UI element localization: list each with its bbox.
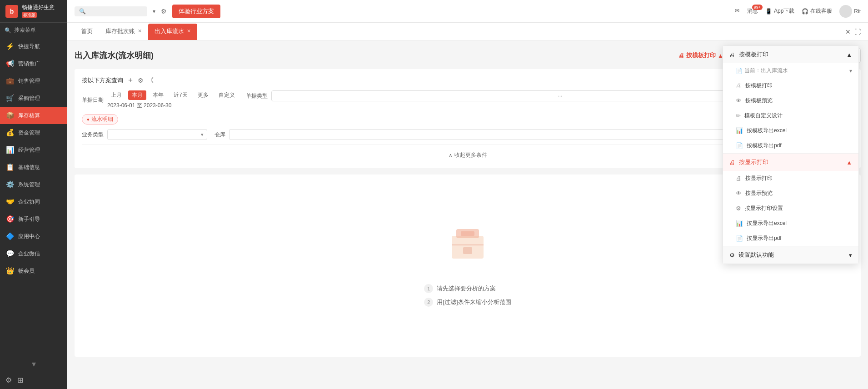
- current-chevron-icon: ▾: [849, 68, 852, 74]
- app-download-button[interactable]: 📱 App下载: [765, 7, 794, 15]
- settings-default-icon: ⚙: [729, 252, 735, 259]
- close-inout-tab-icon[interactable]: ✕: [187, 28, 191, 34]
- empty-step-1: 1 请先选择要分析的方案: [424, 284, 511, 293]
- date-range-display: 2023-06-01 至 2023-06-30: [107, 102, 239, 110]
- date-opt-thisyear[interactable]: 本年: [149, 90, 167, 100]
- printer-icon: 🖨: [678, 52, 684, 59]
- online-service-button[interactable]: 🎧 在线客服: [802, 7, 832, 15]
- date-opt-7days[interactable]: 近7天: [170, 90, 191, 100]
- sidebar-scroll-down[interactable]: ▾: [32, 359, 36, 369]
- maximize-window-button[interactable]: ⛶: [854, 28, 861, 35]
- header-dropdown[interactable]: ▾: [153, 8, 155, 15]
- sidebar-item-enterprise[interactable]: 🤝 企业协同: [0, 193, 67, 210]
- settings-default-section: ⚙ 设置默认功能 ▾: [723, 246, 858, 264]
- sidebar-item-member[interactable]: 👑 畅会员: [0, 262, 67, 279]
- wechat-icon: 💬: [5, 249, 15, 258]
- header-search[interactable]: 🔍: [75, 6, 147, 16]
- template-export-pdf-item[interactable]: 📄 按模板导出pdf: [723, 138, 858, 153]
- search-menu-item[interactable]: 🔍 搜索菜单: [0, 23, 67, 38]
- sidebar-item-purchase[interactable]: 🛒 采购管理: [0, 90, 67, 107]
- template-print-button[interactable]: 🖨 按模板打印 ▲: [678, 51, 723, 60]
- operations-icon: 📊: [5, 146, 15, 154]
- template-export-excel-item[interactable]: 📊 按模板导出excel: [723, 123, 858, 138]
- date-filter-label: 单据日期: [82, 96, 104, 104]
- collapse-sidebar-icon[interactable]: ⊞: [17, 376, 23, 384]
- tab-batch-inventory[interactable]: 库存批次账 ✕: [99, 24, 148, 40]
- sidebar-item-basic-info[interactable]: 📋 基础信息: [0, 159, 67, 176]
- display-print-header-icon: 🖨: [729, 159, 735, 166]
- display-pdf-icon: 📄: [736, 235, 743, 242]
- biz-type-select[interactable]: [107, 129, 207, 140]
- user-avatar[interactable]: Rit: [839, 5, 861, 18]
- settings-icon[interactable]: ⚙: [5, 376, 12, 384]
- warehouse-label: 仓库: [215, 131, 225, 139]
- biz-type-filter: 业务类型: [82, 129, 207, 140]
- display-export-pdf-item[interactable]: 📄 按显示导出pdf: [723, 231, 858, 246]
- template-preview-item[interactable]: 👁 按模板预览: [723, 93, 858, 108]
- sidebar-item-newbie[interactable]: 🎯 新手引导: [0, 210, 67, 228]
- date-filter-options: 上月 本月 本年 近7天 更多 自定义 2023-06-01 至 2023-06…: [107, 90, 239, 110]
- sidebar-item-wechat[interactable]: 💬 企业微信: [0, 245, 67, 262]
- chevron-up-icon: ∧: [449, 152, 453, 159]
- system-icon: ⚙️: [5, 180, 15, 189]
- date-opt-more[interactable]: 更多: [194, 90, 212, 100]
- sidebar-item-system[interactable]: ⚙️ 系统管理: [0, 176, 67, 193]
- sidebar-item-appstore[interactable]: 🔷 应用中心: [0, 228, 67, 245]
- header-gear-icon[interactable]: ⚙: [161, 8, 167, 15]
- display-preview-icon: 👁: [736, 190, 742, 197]
- display-print-header[interactable]: 🖨 按显示打印 ▲: [723, 154, 858, 171]
- template-design-item[interactable]: ✏ 模板自定义设计: [723, 108, 858, 123]
- filter-add-button[interactable]: ＋: [127, 75, 134, 85]
- display-preview-item[interactable]: 👁 按显示预览: [723, 186, 858, 201]
- template-print-header[interactable]: 🖨 按模板打印 ▲: [723, 46, 858, 63]
- logo-icon: b: [5, 5, 18, 18]
- doctype-more-icon[interactable]: ···: [558, 93, 562, 99]
- filter-title: 按以下方案查询: [82, 76, 123, 85]
- chevron-up-icon: ▲: [846, 51, 852, 58]
- display-print-item[interactable]: 🖨 按显示打印: [723, 171, 858, 186]
- doctype-filter-label: 单据类型: [246, 92, 268, 100]
- current-template-label: 📄 当前：出入库流水 ▾: [723, 63, 858, 78]
- app-logo: b 畅捷通好生意 标准版: [0, 0, 67, 23]
- close-window-button[interactable]: ✕: [845, 28, 851, 35]
- close-batch-tab-icon[interactable]: ✕: [138, 28, 142, 34]
- display-print-settings-item[interactable]: ⚙ 按显示打印设置: [723, 201, 858, 216]
- date-opt-thismonth[interactable]: 本月: [128, 90, 146, 100]
- purchase-icon: 🛒: [5, 94, 15, 102]
- avatar-image: [839, 5, 852, 18]
- sidebar-item-operations[interactable]: 📊 经营管理: [0, 141, 67, 159]
- member-icon: 👑: [5, 267, 15, 275]
- tab-home[interactable]: 首页: [75, 24, 99, 40]
- quicknav-icon: ⚡: [5, 42, 15, 50]
- empty-step-2: 2 用[过滤]条件来缩小分析范围: [424, 298, 511, 307]
- tab-bar: 首页 库存批次账 ✕ 出入库流水 ✕ ✕ ⛶: [67, 23, 868, 41]
- sidebar-bottom: ⚙ ⊞: [0, 371, 67, 389]
- headset-icon: 🎧: [802, 8, 808, 15]
- settings-default-header[interactable]: ⚙ 设置默认功能 ▾: [723, 246, 858, 264]
- sidebar-item-quicknav[interactable]: ⚡ 快捷导航: [0, 38, 67, 55]
- marketing-icon: 📢: [5, 60, 15, 68]
- header-right: ✉ 99+ 消息 📱 App下载 🎧 在线客服 Rit: [735, 5, 861, 18]
- page-content: 出入库流水(流水明细) 🖨 按模板打印 ▲ | ⬆ 导出 ↻ 刷新 ··· 查询: [67, 41, 868, 389]
- message-button[interactable]: ✉ 99+ 消息: [735, 7, 758, 15]
- sidebar-item-inventory[interactable]: 📦 库存核算: [0, 107, 67, 124]
- filter-collapse-button[interactable]: 《: [147, 76, 154, 85]
- window-controls: ✕ ⛶: [845, 28, 861, 35]
- date-opt-custom[interactable]: 自定义: [215, 90, 239, 100]
- display-export-excel-item[interactable]: 📊 按显示导出excel: [723, 216, 858, 231]
- filter-gear-button[interactable]: ⚙: [138, 77, 144, 84]
- enterprise-icon: 🤝: [5, 198, 15, 206]
- sidebar-item-finance[interactable]: 💰 资金管理: [0, 124, 67, 141]
- sales-icon: 💼: [5, 77, 15, 85]
- date-opt-lastmonth[interactable]: 上月: [107, 90, 125, 100]
- inventory-icon: 📦: [5, 111, 15, 120]
- empty-steps-list: 1 请先选择要分析的方案 2 用[过滤]条件来缩小分析范围: [424, 284, 511, 311]
- sidebar-item-marketing[interactable]: 📢 营销推广: [0, 55, 67, 72]
- header-search-icon: 🔍: [79, 8, 86, 15]
- sidebar-item-sales[interactable]: 💼 销售管理: [0, 72, 67, 90]
- tab-inout-flow[interactable]: 出入库流水 ✕: [148, 24, 197, 40]
- industry-solution-button[interactable]: 体验行业方案: [172, 5, 220, 18]
- appstore-icon: 🔷: [5, 232, 15, 240]
- template-print-item[interactable]: 🖨 按模板打印: [723, 78, 858, 93]
- display-print-section: 🖨 按显示打印 ▲ 🖨 按显示打印 👁 按显示预览 ⚙ 按显示打印设置: [723, 154, 858, 246]
